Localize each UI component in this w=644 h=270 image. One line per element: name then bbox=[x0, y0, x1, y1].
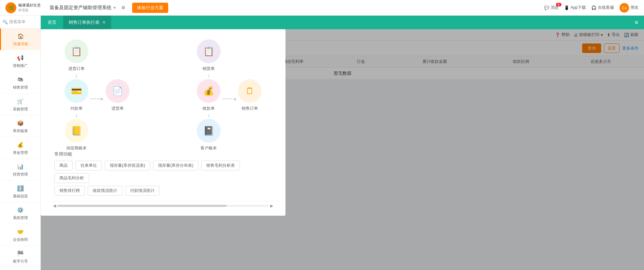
sidebar-item-sales[interactable]: 🛍 销售管理 bbox=[0, 72, 40, 94]
service-label: 在线客服 bbox=[598, 5, 614, 11]
popup-overlay: 📋 进货订单 ↓ 💳 付款单 bbox=[41, 29, 644, 270]
inventory-icon: 📦 bbox=[16, 119, 24, 127]
tab-bar: 首页 销售订单执行表 ✕ ✕ bbox=[41, 16, 644, 29]
tab-label-sales-order: 销售订单执行表 bbox=[69, 19, 100, 25]
common-func-title: 常用功能 bbox=[54, 151, 272, 157]
purchase-slip-column: 📄 进货单 bbox=[106, 79, 129, 111]
func-btn-stock-dist[interactable]: 现存量(库存分布表) bbox=[153, 161, 198, 170]
sidebar-item-inventory[interactable]: 📦 库存核算 bbox=[0, 115, 40, 137]
arrow-down-2: ↓ bbox=[75, 112, 78, 118]
sidebar: 🔍 搜索菜单 🏠 快捷导航 📢 营销推广 🛍 销售管理 🛒 采购管理 📦 库存核… bbox=[0, 16, 41, 270]
logo-icon: 🌿 bbox=[5, 2, 16, 13]
func-btn-stock-status[interactable]: 现存量(库存状况表) bbox=[105, 161, 150, 170]
supplier-account-circle: 📒 bbox=[65, 119, 88, 143]
sidebar-item-newguide[interactable]: 🏁 新手引导 bbox=[0, 246, 40, 268]
page-content: ❓ 帮助 🖨 按模板打印 ▾ ⬆ 导出 🔄 刷新 bbox=[41, 29, 644, 270]
user-area[interactable]: Ea 用友 bbox=[620, 3, 639, 13]
sales-icon: 🛍 bbox=[16, 75, 24, 84]
scroll-left-arrow[interactable]: ◀ bbox=[53, 203, 56, 208]
sidebar-label-operation: 经营管理 bbox=[13, 172, 28, 177]
sales-slip-label: 销货单 bbox=[203, 66, 215, 72]
sidebar-item-quick-guide[interactable]: 🏠 快捷导航 bbox=[0, 29, 40, 50]
finance-icon: 💰 bbox=[16, 141, 24, 149]
supplier-account-node[interactable]: 📒 供应商账本 bbox=[65, 119, 88, 151]
search-icon: 🔍 bbox=[3, 20, 8, 24]
func-btn-product-profit[interactable]: 商品毛利分析 bbox=[54, 173, 89, 183]
purchase-order-node[interactable]: 📋 进货订单 bbox=[65, 39, 88, 72]
h-arrow-1: ▶ bbox=[90, 90, 104, 101]
scrollbar-track[interactable] bbox=[57, 205, 269, 207]
sidebar-item-operation[interactable]: 📊 经营管理 bbox=[0, 159, 40, 181]
purchase-slip-node[interactable]: 📄 进货单 bbox=[106, 79, 129, 111]
system-icon: ⚙️ bbox=[16, 206, 24, 214]
sidebar-label-marketing: 营销推广 bbox=[13, 63, 28, 68]
message-icon: 💬 bbox=[544, 5, 549, 10]
sidebar-item-finance[interactable]: 💰 资金管理 bbox=[0, 137, 40, 159]
payment-slip-node[interactable]: 💳 付款单 bbox=[65, 79, 88, 111]
payment-slip-icon: 💳 bbox=[71, 86, 82, 96]
func-btn-sales-rank[interactable]: 销售排行榜 bbox=[54, 186, 85, 196]
marketing-icon: 📢 bbox=[16, 54, 24, 62]
customer-account-node[interactable]: 📓 客户账本 bbox=[197, 119, 221, 151]
logo-text: 畅康通好生意 bbox=[18, 3, 41, 7]
supplier-account-icon: 📒 bbox=[71, 126, 82, 136]
message-btn[interactable]: 💬 消息 6 bbox=[544, 5, 559, 11]
func-btn-sales-profit[interactable]: 销售毛利分析表 bbox=[201, 161, 240, 170]
logo-sub: 标准版 bbox=[18, 8, 41, 13]
sidebar-search[interactable]: 🔍 搜索菜单 bbox=[0, 16, 40, 29]
supplier-account-label: 供应商账本 bbox=[66, 145, 87, 151]
func-btn-product[interactable]: 商品 bbox=[54, 161, 73, 170]
tab-sales-order[interactable]: 销售订单执行表 ✕ bbox=[63, 16, 111, 29]
enterprise-icon: 🤝 bbox=[16, 228, 24, 236]
app-download-label: App下载 bbox=[571, 5, 586, 11]
payment-slip-circle: 💳 bbox=[65, 79, 88, 103]
operation-icon: 📊 bbox=[16, 162, 24, 170]
sidebar-item-enterprise[interactable]: 🤝 企业协同 bbox=[0, 224, 40, 246]
func-buttons: 商品 往来单位 现存量(库存状况表) 现存量(库存分布表) 销售毛利分析表 商品… bbox=[54, 161, 272, 183]
app-icon: 📱 bbox=[564, 5, 569, 10]
common-func-section: 常用功能 商品 往来单位 现存量(库存状况表) 现存量(库存分布表) 销售毛利分… bbox=[48, 151, 279, 201]
purchase-slip-circle: 📄 bbox=[106, 79, 129, 103]
sidebar-label-purchase: 采购管理 bbox=[13, 107, 28, 112]
sales-order-flow-node[interactable]: 🗒 销售订单 bbox=[238, 79, 262, 111]
app-download-btn[interactable]: 📱 App下载 bbox=[564, 5, 586, 11]
purchase-order-label: 进货订单 bbox=[68, 66, 85, 72]
customer-account-icon: 📓 bbox=[203, 126, 214, 136]
online-service-btn[interactable]: 🎧 在线客服 bbox=[591, 5, 614, 11]
service-icon: 🎧 bbox=[591, 5, 596, 10]
sales-slip-node[interactable]: 📋 销货单 bbox=[197, 39, 221, 72]
purchase-column: 📋 进货订单 ↓ 💳 付款单 bbox=[65, 39, 88, 151]
func-btn-partner[interactable]: 往来单位 bbox=[75, 161, 102, 170]
sidebar-label-system: 系统管理 bbox=[13, 215, 28, 220]
search-label: 搜索菜单 bbox=[9, 19, 25, 25]
sidebar-item-basic[interactable]: ℹ️ 基础信息 bbox=[0, 181, 40, 202]
sidebar-item-marketing[interactable]: 📢 营销推广 bbox=[0, 50, 40, 72]
sidebar-item-purchase[interactable]: 🛒 采购管理 bbox=[0, 94, 40, 115]
sales-slip-icon: 📋 bbox=[203, 46, 214, 57]
scroll-right-arrow[interactable]: ▶ bbox=[270, 203, 273, 208]
user-name: 用友 bbox=[630, 5, 639, 11]
purchase-icon: 🛒 bbox=[16, 97, 24, 105]
arrow-down-1: ↓ bbox=[75, 72, 78, 78]
popup-scrollbar: ◀ ▶ bbox=[48, 201, 279, 210]
main-layout: 🔍 搜索菜单 🏠 快捷导航 📢 营销推广 🛍 销售管理 🛒 采购管理 📦 库存核… bbox=[0, 16, 644, 270]
arrow-down-3: ↓ bbox=[207, 72, 210, 78]
tab-close-icon[interactable]: ✕ bbox=[102, 20, 106, 25]
purchase-order-icon: 📋 bbox=[71, 46, 82, 57]
receipt-slip-node[interactable]: 💰 收款单 bbox=[197, 79, 221, 111]
newguide-icon: 🏁 bbox=[16, 249, 24, 257]
settings-icon[interactable]: ⚙ bbox=[119, 3, 128, 13]
tab-bar-close-icon[interactable]: ✕ bbox=[634, 19, 639, 26]
func-btn-payment-stats[interactable]: 付款情况统计 bbox=[125, 186, 160, 196]
receipt-slip-icon: 💰 bbox=[203, 86, 214, 96]
sidebar-label-newguide: 新手引导 bbox=[13, 259, 28, 264]
experience-btn[interactable]: 体验行业方案 bbox=[132, 3, 168, 13]
sidebar-item-system[interactable]: ⚙️ 系统管理 bbox=[0, 202, 40, 224]
sidebar-label-basic: 基础信息 bbox=[13, 194, 28, 199]
system-dropdown-icon[interactable]: ▾ bbox=[114, 5, 116, 10]
tab-home[interactable]: 首页 bbox=[41, 16, 63, 29]
sidebar-label-sales: 销售管理 bbox=[13, 85, 28, 90]
sidebar-label-quick-guide: 快捷导航 bbox=[13, 41, 28, 47]
func-btn-receipt-stats[interactable]: 收款情况统计 bbox=[88, 186, 122, 196]
basic-icon: ℹ️ bbox=[16, 184, 24, 192]
